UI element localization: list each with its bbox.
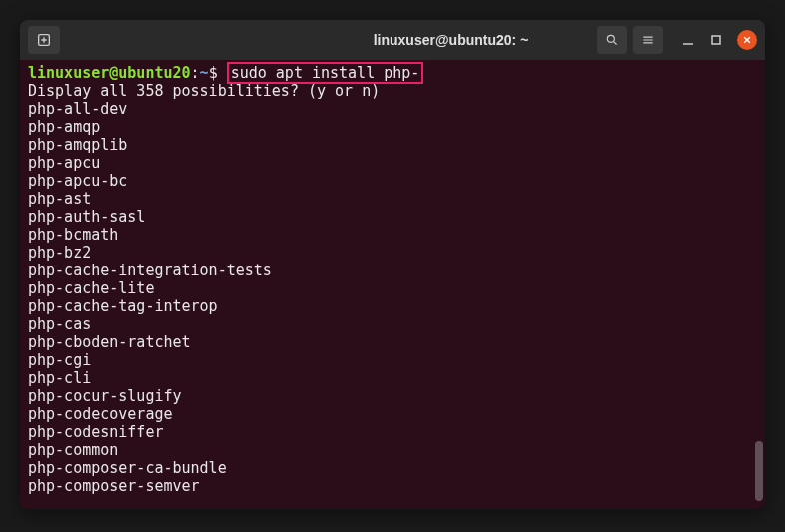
prompt-line: linuxuser@ubuntu20:~$ sudo apt install p…: [28, 64, 757, 82]
search-icon: [605, 33, 619, 47]
display-prompt: Display all 358 possibilities? (y or n): [28, 82, 757, 100]
package-item: php-bcmath: [28, 226, 757, 244]
package-item: php-cache-tag-interop: [28, 297, 757, 315]
package-item: php-common: [28, 441, 757, 459]
package-item: php-composer-semver: [28, 477, 757, 495]
package-item: php-cache-integration-tests: [28, 262, 757, 279]
package-item: php-ast: [28, 190, 757, 208]
package-item: php-cas: [28, 315, 757, 333]
package-item: php-apcu: [28, 154, 757, 172]
package-item: php-cache-lite: [28, 279, 757, 297]
hamburger-icon: [641, 33, 655, 47]
package-item: php-codesniffer: [28, 423, 757, 441]
prompt-user: linuxuser@ubuntu20: [28, 64, 191, 82]
prompt-dollar: $: [209, 64, 227, 82]
minimize-button[interactable]: [681, 33, 695, 47]
new-tab-button[interactable]: [28, 26, 60, 54]
package-item: php-cgi: [28, 351, 757, 369]
prompt-colon: :: [191, 64, 200, 82]
menu-button[interactable]: [633, 26, 663, 54]
package-item: php-cboden-ratchet: [28, 333, 757, 351]
titlebar: linuxuser@ubuntu20: ~: [20, 20, 765, 60]
titlebar-left: [28, 26, 305, 54]
package-item: php-all-dev: [28, 100, 757, 118]
package-item: php-cocur-slugify: [28, 387, 757, 405]
close-icon: [742, 35, 752, 45]
package-item: php-composer-ca-bundle: [28, 459, 757, 477]
package-item: php-apcu-bc: [28, 172, 757, 190]
package-item: php-codecoverage: [28, 405, 757, 423]
minimize-icon: [681, 33, 695, 47]
maximize-button[interactable]: [709, 33, 723, 47]
command-highlight: sudo apt install php-: [227, 62, 424, 84]
package-item: php-cli: [28, 369, 757, 387]
package-list: php-all-devphp-amqpphp-amqplibphp-apcuph…: [28, 100, 757, 495]
package-item: php-amqp: [28, 118, 757, 136]
svg-line-4: [614, 42, 617, 45]
search-button[interactable]: [597, 26, 627, 54]
close-button[interactable]: [737, 30, 757, 50]
package-item: php-bz2: [28, 244, 757, 262]
prompt-path: ~: [200, 64, 209, 82]
window-title: linuxuser@ubuntu20: ~: [313, 32, 589, 48]
window-controls: [681, 30, 757, 50]
titlebar-right: [597, 26, 757, 54]
new-tab-icon: [36, 32, 52, 48]
maximize-icon: [709, 33, 723, 47]
terminal-body[interactable]: linuxuser@ubuntu20:~$ sudo apt install p…: [20, 60, 765, 509]
package-item: php-amqplib: [28, 136, 757, 154]
svg-rect-9: [712, 36, 720, 44]
svg-point-3: [607, 35, 614, 42]
package-item: php-auth-sasl: [28, 208, 757, 226]
terminal-window: linuxuser@ubuntu20: ~: [20, 20, 765, 509]
scrollbar[interactable]: [755, 441, 763, 501]
